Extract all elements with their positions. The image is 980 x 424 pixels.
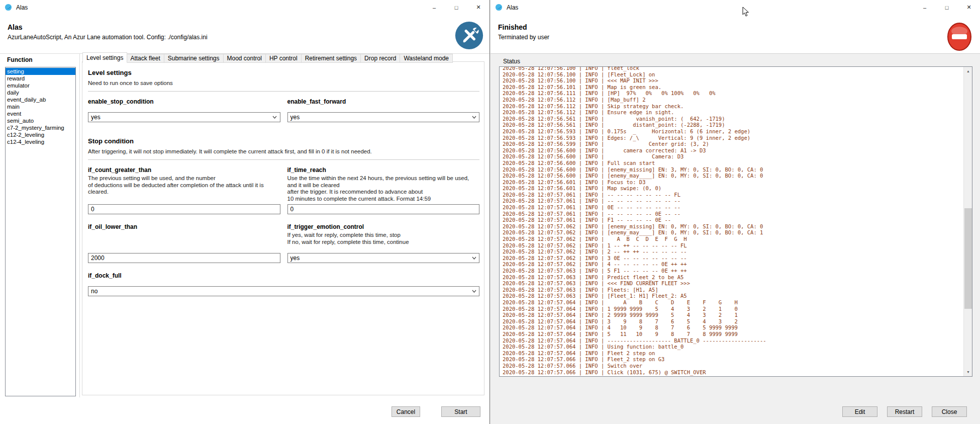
- function-list[interactable]: settingrewardemulatordailyevent_daily_ab…: [5, 67, 76, 396]
- enable-stop-condition-value: yes: [91, 114, 101, 121]
- alas-app-icon: [5, 4, 12, 11]
- status-label: Status: [503, 58, 520, 65]
- settings-tabbar: Level settingsAttack fleetSubmarine sett…: [82, 52, 453, 63]
- mouse-cursor: [742, 7, 750, 17]
- log-console[interactable]: 2020-05-28 12:07:56.100 | INFO | fleet_l…: [499, 66, 972, 377]
- alas-app-icon: [495, 4, 503, 11]
- tab-hp-control[interactable]: HP control: [266, 54, 302, 63]
- sidebar-item-event_daily_ab[interactable]: event_daily_ab: [6, 96, 75, 103]
- chevron-down-icon: [471, 289, 476, 294]
- maximize-button[interactable]: □: [936, 0, 958, 15]
- section-level-settings-desc: Need to run once to save options: [88, 80, 479, 86]
- divider: [88, 159, 479, 160]
- log-output: 2020-05-28 12:07:56.100 | INFO | fleet_l…: [500, 66, 963, 376]
- tab-retirement-settings[interactable]: Retirement settings: [302, 54, 361, 63]
- scroll-up-icon[interactable]: ▲: [964, 67, 972, 75]
- tools-icon: [455, 21, 483, 50]
- edit-button[interactable]: Edit: [842, 406, 877, 417]
- status-subtitle: Terminated by user: [498, 34, 549, 41]
- titlebar-left: Alas – □ ✕: [0, 0, 489, 15]
- tab-drop-record[interactable]: Drop record: [361, 54, 400, 63]
- sidebar-item-semi_auto[interactable]: semi_auto: [6, 117, 75, 124]
- field-if-time-reach: if_time_reach Use the time within the ne…: [287, 166, 480, 214]
- window-title: Alas: [507, 4, 518, 11]
- chevron-down-icon: [471, 115, 476, 120]
- page-title: Alas: [8, 23, 23, 31]
- if-dock-full-select[interactable]: no: [88, 286, 479, 296]
- titlebar-right: Alas – □ ✕: [491, 0, 980, 15]
- if-count-greater-than-input[interactable]: 0: [88, 204, 280, 214]
- scroll-down-icon[interactable]: ▼: [964, 368, 972, 376]
- sidebar-item-event[interactable]: event: [6, 110, 75, 117]
- section-stop-condition-desc: After triggering, it will not stop immed…: [88, 148, 479, 154]
- sidebar-divider: [79, 53, 80, 397]
- enable-fast-forward-value: yes: [290, 114, 300, 121]
- field-enable-stop-condition: enable_stop_condition yes: [88, 98, 280, 122]
- page-subtitle: AzurLaneAutoScript, An Azur Lane automat…: [8, 34, 208, 41]
- tab-mood-control[interactable]: Mood control: [224, 54, 266, 63]
- status-title: Finished: [498, 23, 527, 31]
- sidebar-item-c12-2_leveling[interactable]: c12-2_leveling: [6, 131, 75, 138]
- section-level-settings-title: Level settings: [88, 69, 479, 76]
- right-header: Finished Terminated by user: [491, 15, 980, 53]
- sidebar-item-emulator[interactable]: emulator: [6, 82, 75, 89]
- close-button[interactable]: ✕: [467, 0, 489, 15]
- if-oil-lower-than-input[interactable]: 2000: [88, 253, 280, 263]
- divider: [88, 91, 479, 92]
- tab-level-settings[interactable]: Level settings: [82, 52, 127, 63]
- enable-stop-condition-select[interactable]: yes: [88, 112, 280, 122]
- minimize-button[interactable]: –: [423, 0, 445, 15]
- sidebar-item-main[interactable]: main: [6, 103, 75, 110]
- tab-content-panel: Level settings Need to run once to save …: [82, 61, 484, 395]
- alas-status-window: Alas – □ ✕ Finished Terminated by user S…: [491, 0, 980, 424]
- cancel-button[interactable]: Cancel: [391, 406, 420, 417]
- left-header: Alas AzurLaneAutoScript, An Azur Lane au…: [0, 15, 489, 53]
- field-enable-fast-forward: enable_fast_forward yes: [287, 98, 480, 122]
- minimize-button[interactable]: –: [914, 0, 936, 15]
- sidebar-item-c7-2_mystery_farming[interactable]: c7-2_mystery_farming: [6, 124, 75, 131]
- stop-sign-icon: [947, 22, 972, 51]
- field-if-dock-full: if_dock_full no: [88, 272, 479, 296]
- maximize-button[interactable]: □: [445, 0, 467, 15]
- alas-config-window: Alas – □ ✕ Alas AzurLaneAutoScript, An A…: [0, 0, 490, 424]
- tab-attack-fleet[interactable]: Attack fleet: [127, 54, 164, 63]
- log-scrollbar[interactable]: ▲ ▼: [963, 67, 972, 376]
- start-button[interactable]: Start: [441, 406, 480, 417]
- field-if-count-greater-than: if_count_greater_than The previous setti…: [88, 166, 280, 214]
- field-if-oil-lower-than: if_oil_lower_than 2000: [88, 223, 280, 263]
- sidebar-item-daily[interactable]: daily: [6, 89, 75, 96]
- close-button[interactable]: ✕: [958, 0, 980, 15]
- chevron-down-icon: [272, 115, 277, 120]
- tab-submarine-settings[interactable]: Submarine settings: [164, 54, 224, 63]
- if-time-reach-input[interactable]: 0: [287, 204, 480, 214]
- if-trigger-emotion-control-select[interactable]: yes: [287, 253, 480, 263]
- scrollbar-thumb[interactable]: [964, 208, 972, 309]
- enable-fast-forward-select[interactable]: yes: [287, 112, 480, 122]
- function-label: Function: [7, 56, 33, 63]
- section-stop-condition-title: Stop condition: [88, 137, 479, 145]
- chevron-down-icon: [471, 256, 476, 261]
- sidebar-item-reward[interactable]: reward: [6, 75, 75, 82]
- close-action-button[interactable]: Close: [932, 406, 967, 417]
- status-panel: Status 2020-05-28 12:07:56.100 | INFO | …: [491, 53, 980, 424]
- field-if-trigger-emotion-control: if_trigger_emotion_control If yes, wait …: [287, 223, 480, 263]
- restart-button[interactable]: Restart: [887, 406, 922, 417]
- tab-wasteland-mode[interactable]: Wasteland mode: [400, 54, 453, 63]
- sidebar-item-setting[interactable]: setting: [6, 68, 75, 75]
- window-title: Alas: [16, 4, 28, 11]
- sidebar-item-c12-4_leveling[interactable]: c12-4_leveling: [6, 138, 75, 145]
